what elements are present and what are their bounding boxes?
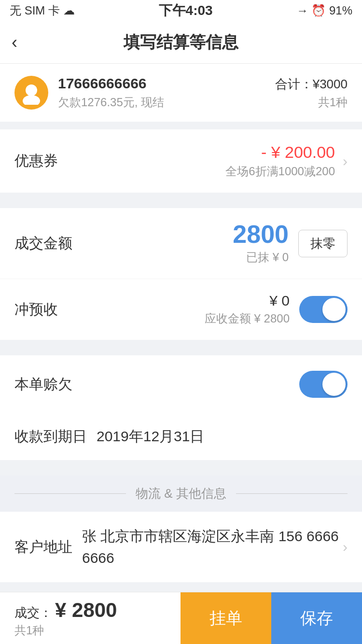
logistics-divider: 物流 & 其他信息 xyxy=(0,476,362,512)
debit-section: 本单赊欠 收款到期日 2019年12月31日 xyxy=(0,355,362,460)
customer-info: 17666666666 欠款1276.35元, 现结 xyxy=(58,75,164,110)
amount-label: 成交金额 xyxy=(14,234,72,253)
svg-point-1 xyxy=(23,95,40,105)
svg-point-0 xyxy=(26,84,37,96)
main-content: 17666666666 欠款1276.35元, 现结 合计：¥3000 共1种 … xyxy=(0,64,362,640)
footer-deal-line: 成交： ¥ 2800 xyxy=(14,599,166,622)
coupon-detail: 全场6折满1000减200 xyxy=(225,164,335,179)
save-button[interactable]: 保存 xyxy=(271,592,362,644)
total-count: 共1种 xyxy=(275,95,348,110)
back-button[interactable]: ‹ xyxy=(12,32,17,53)
coupon-discount: - ¥ 200.00 xyxy=(225,143,335,162)
date-label: 收款到期日 xyxy=(14,427,87,447)
customer-card: 17666666666 欠款1276.35元, 现结 合计：¥3000 共1种 xyxy=(0,64,362,122)
amount-section: 成交金额 2800 已抹 ¥ 0 抹零 冲预收 ¥ 0 应收金额 ¥ 2800 xyxy=(0,208,362,340)
total-amount: 合计：¥3000 xyxy=(275,76,348,93)
hold-button[interactable]: 挂单 xyxy=(181,592,271,644)
divider-line-right xyxy=(236,493,348,494)
amount-info: 2800 已抹 ¥ 0 xyxy=(233,222,289,265)
prepay-label: 冲预收 xyxy=(14,300,58,320)
customer-total: 合计：¥3000 共1种 xyxy=(275,76,348,110)
gray-gap-1 xyxy=(0,200,362,208)
address-chevron-icon: › xyxy=(343,539,348,555)
nav-bar: ‹ 填写结算等信息 xyxy=(0,21,362,64)
customer-left: 17666666666 欠款1276.35元, 现结 xyxy=(14,75,164,110)
status-right: → ⏰ 91% xyxy=(297,4,352,17)
status-time: 下午4:03 xyxy=(159,1,213,20)
chevron-right-icon: › xyxy=(343,153,348,169)
coupon-values: - ¥ 200.00 全场6折满1000减200 xyxy=(225,143,335,179)
prepay-amount: ¥ 0 xyxy=(205,293,290,309)
coupon-row[interactable]: 优惠券 - ¥ 200.00 全场6折满1000减200 › xyxy=(0,129,362,193)
address-row[interactable]: 客户地址 张 北京市市辖区海淀区永丰南 156 6666 6666 › xyxy=(0,512,362,582)
footer: 成交： ¥ 2800 共1种 挂单 保存 xyxy=(0,592,362,644)
debit-row: 本单赊欠 xyxy=(0,355,362,413)
coupon-section: 优惠券 - ¥ 200.00 全场6折满1000减200 › xyxy=(0,129,362,193)
address-label: 客户地址 xyxy=(14,537,72,557)
debit-label: 本单赊欠 xyxy=(14,375,72,394)
footer-deal-label: 成交： xyxy=(14,604,52,621)
customer-phone: 17666666666 xyxy=(58,75,164,92)
page-title: 填写结算等信息 xyxy=(124,31,238,54)
prepay-row: 冲预收 ¥ 0 应收金额 ¥ 2800 xyxy=(0,279,362,340)
address-value: 张 北京市市辖区海淀区永丰南 156 6666 6666 xyxy=(82,525,343,569)
prepay-toggle[interactable] xyxy=(299,296,348,323)
debit-toggle-knob xyxy=(322,373,346,396)
prepay-receivable: 应收金额 ¥ 2800 xyxy=(205,311,290,326)
customer-debt: 欠款1276.35元, 现结 xyxy=(58,95,164,110)
amount-value: 2800 xyxy=(233,222,289,247)
coupon-right: - ¥ 200.00 全场6折满1000减200 › xyxy=(225,143,348,179)
gray-gap-2 xyxy=(0,348,362,355)
footer-deal-amount: ¥ 2800 xyxy=(55,599,117,622)
amount-row: 成交金额 2800 已抹 ¥ 0 抹零 xyxy=(0,208,362,279)
logistics-label: 物流 & 其他信息 xyxy=(136,485,226,502)
footer-count: 共1种 xyxy=(14,623,166,638)
prepay-right: ¥ 0 应收金额 ¥ 2800 xyxy=(205,293,348,326)
date-value: 2019年12月31日 xyxy=(97,427,204,447)
amount-right: 2800 已抹 ¥ 0 抹零 xyxy=(233,222,348,265)
avatar xyxy=(14,76,48,110)
toggle-knob xyxy=(322,298,346,321)
status-bar: 无 SIM 卡 ☁ 下午4:03 → ⏰ 91% xyxy=(0,0,362,21)
date-row: 收款到期日 2019年12月31日 xyxy=(0,413,362,460)
round-button[interactable]: 抹零 xyxy=(298,230,348,257)
gray-gap-3 xyxy=(0,468,362,476)
sim-status: 无 SIM 卡 ☁ xyxy=(10,3,75,18)
coupon-label: 优惠券 xyxy=(14,151,58,171)
footer-info: 成交： ¥ 2800 共1种 xyxy=(0,599,181,638)
status-left: 无 SIM 卡 ☁ xyxy=(10,3,75,18)
divider-line-left xyxy=(14,493,126,494)
battery-icon: → ⏰ 91% xyxy=(297,4,352,17)
prepay-values: ¥ 0 应收金额 ¥ 2800 xyxy=(205,293,290,326)
debit-toggle[interactable] xyxy=(299,371,348,398)
amount-deducted: 已抹 ¥ 0 xyxy=(233,250,289,265)
